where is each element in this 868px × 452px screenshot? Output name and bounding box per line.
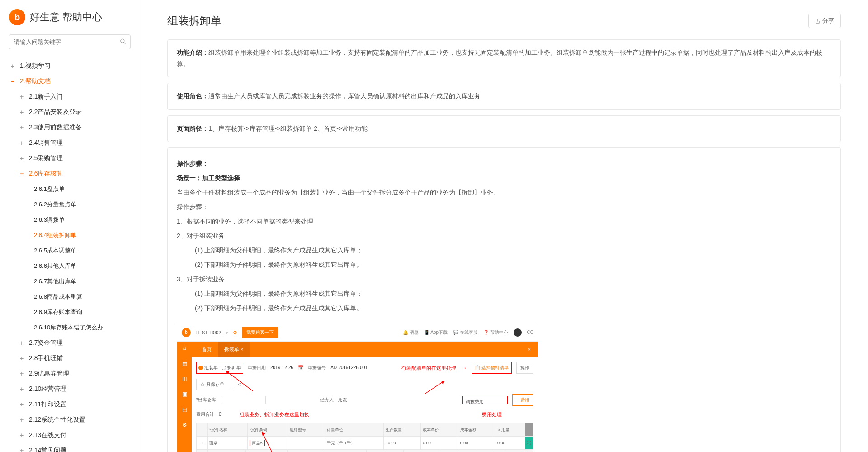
nav-2-5[interactable]: 2.5采购管理 [9, 151, 131, 166]
nav-2-13[interactable]: 2.13在线支付 [9, 428, 131, 443]
nav-2-6-4[interactable]: 2.6.4组装拆卸单 [9, 228, 131, 243]
nav-2-1[interactable]: 2.1新手入门 [9, 89, 131, 105]
nav-2-6-10[interactable]: 2.6.10库存账本错了怎么办 [9, 320, 131, 335]
type-radio-group[interactable]: 组装单 拆卸单 [196, 362, 243, 374]
svg-point-0 [121, 39, 124, 43]
main-content: 组装拆卸单 分享 功能介绍：组装拆卸单用来处理企业组装或拆卸等加工业务，支持有固… [140, 0, 868, 452]
cart-icon[interactable]: ▤ [181, 406, 188, 413]
svg-line-1 [124, 42, 126, 44]
nav-2-6-2[interactable]: 2.6.2分量盘点单 [9, 197, 131, 212]
plus-icon [18, 155, 25, 162]
nav-2-6-9[interactable]: 2.6.9库存账本查询 [9, 305, 131, 320]
nav-2-9[interactable]: 2.9优惠券管理 [9, 366, 131, 381]
nav-2-10[interactable]: 2.10经营管理 [9, 381, 131, 397]
nav-docs[interactable]: 2.帮助文档 [9, 74, 131, 89]
nav-2-6[interactable]: 2.6库存核算 [9, 166, 131, 181]
cost-input[interactable]: 调拨费用 [462, 396, 508, 404]
plus-icon [18, 432, 25, 439]
path-box: 页面路径：1、库存核算->库存管理->组装拆卸单 2、首页->常用功能 [167, 115, 841, 142]
share-button[interactable]: 分享 [808, 14, 841, 28]
search-input[interactable] [9, 34, 131, 49]
nav-2-6-5[interactable]: 2.6.5成本调整单 [9, 243, 131, 258]
minus-icon [9, 78, 16, 85]
nav-2-14[interactable]: 2.14常见问题 [9, 443, 131, 452]
table-row[interactable]: 1 面条 商品B 千克（千-1千） 10.00 0.00 0.00 [197, 436, 533, 449]
child-table: *子件名称 自动匹配 规格型号 *计量单位 *消耗数量 *成本单价 *成本金额 … [196, 450, 533, 452]
app-tabs: 首页 拆装单 × × [192, 342, 538, 357]
box-icon[interactable]: ◫ [181, 375, 188, 382]
app-topbar: b TEST-H002 ▾ ⚙ 我要购买一下 🔔 消息 📱 App下载 💬 在线… [177, 324, 538, 342]
company-name: TEST-H002 [195, 328, 221, 338]
nav-2-4[interactable]: 2.4销售管理 [9, 135, 131, 151]
share-icon [815, 18, 821, 24]
plus-icon [18, 447, 25, 452]
logo-icon: b [9, 9, 25, 25]
nav-2-11[interactable]: 2.11打印设置 [9, 397, 131, 412]
nav-2-6-7[interactable]: 2.6.7其他出库单 [9, 274, 131, 289]
role-box: 使用角色：通常由生产人员或库管人员完成拆装业务的操作，库管人员确认原材料的出库和… [167, 83, 841, 109]
nav-2-12[interactable]: 2.12系统个性化设置 [9, 412, 131, 428]
app-logo-icon: b [182, 328, 191, 337]
nav-2-8[interactable]: 2.8手机旺铺 [9, 351, 131, 366]
spec-button[interactable]: 📋 选择物料清单 [472, 362, 512, 374]
plus-icon [18, 355, 25, 362]
anno-spec: 有装配清单的在这里处理 [401, 363, 456, 373]
doc-icon[interactable]: ▦ [181, 360, 188, 367]
nav-2-2[interactable]: 2.2产品安装及登录 [9, 105, 131, 120]
tab-home[interactable]: 首页 [195, 342, 218, 357]
plus-icon [18, 401, 25, 408]
download-link[interactable]: 📱 App下载 [424, 328, 448, 337]
app-screenshot: b TEST-H002 ▾ ⚙ 我要购买一下 🔔 消息 📱 App下载 💬 在线… [177, 324, 538, 452]
op-button[interactable]: 操作 [516, 362, 533, 374]
tab-current[interactable]: 拆装单 × [218, 342, 250, 357]
nav-2-6-8[interactable]: 2.6.8商品成本重算 [9, 289, 131, 305]
screenshot-area: b TEST-H002 ▾ ⚙ 我要购买一下 🔔 消息 📱 App下载 💬 在线… [177, 324, 831, 452]
plus-icon [18, 139, 25, 147]
plus-icon [18, 93, 25, 100]
plus-icon [18, 416, 25, 423]
gear-icon[interactable]: ⚙ [181, 421, 188, 428]
plus-icon [18, 124, 25, 131]
plus-icon [9, 62, 16, 70]
bag-icon[interactable]: ▣ [181, 390, 188, 398]
logo-area: b 好生意 帮助中心 [9, 9, 131, 25]
page-header: 组装拆卸单 分享 [167, 14, 841, 28]
warehouse-input[interactable] [221, 396, 266, 404]
trial-button[interactable]: 我要购买一下 [242, 327, 278, 338]
close-icon[interactable]: × [524, 343, 534, 356]
steps-block: 操作步骤： 场景一：加工类型选择 当由多个子件材料组装成一个成品的业务为【组装】… [167, 147, 841, 452]
anno-switch: 组装业务、拆卸业务在这里切换 [240, 409, 309, 419]
nav-2-6-1[interactable]: 2.6.1盘点单 [9, 181, 131, 197]
anno-fee: 费用处理 [482, 409, 502, 419]
home-icon[interactable]: ⌂ [181, 344, 188, 352]
search-box [9, 34, 131, 49]
help-link[interactable]: ❓ 帮助中心 [483, 328, 508, 337]
service-link[interactable]: 💬 在线客服 [453, 328, 478, 337]
plus-icon [18, 370, 25, 377]
logo-text: 好生意 帮助中心 [30, 10, 102, 24]
msg-link[interactable]: 🔔 消息 [403, 328, 419, 337]
avatar[interactable] [514, 328, 522, 337]
nav-2-7[interactable]: 2.7资金管理 [9, 335, 131, 351]
nav-video[interactable]: 1.视频学习 [9, 58, 131, 74]
print-button[interactable]: 🖨 [233, 379, 245, 390]
nav-2-6-6[interactable]: 2.6.6其他入库单 [9, 258, 131, 274]
parent-table: *父件名称 *父件条码 规格型号 计量单位 生产数量 成本单价 成本金额 可用量 [196, 423, 533, 450]
nav-2-6-3[interactable]: 2.6.3调拨单 [9, 212, 131, 228]
plus-icon [18, 339, 25, 347]
plus-icon [18, 109, 25, 116]
plus-icon [18, 385, 25, 393]
fee-button[interactable]: + 费用 [512, 394, 533, 406]
search-icon[interactable] [120, 38, 126, 46]
page-title: 组装拆卸单 [167, 14, 222, 28]
username: CC [527, 328, 533, 337]
sync-button[interactable]: ☆ 只保存单 [196, 379, 228, 390]
minus-icon [18, 170, 25, 177]
sidebar: b 好生意 帮助中心 1.视频学习 2.帮助文档 2.1新手入门 2.2产品安装… [0, 0, 140, 452]
app-sidebar: ⌂ ▦ ◫ ▣ ▤ ⚙ [177, 342, 192, 452]
nav-2-3[interactable]: 2.3使用前数据准备 [9, 120, 131, 135]
intro-box: 功能介绍：组装拆卸单用来处理企业组装或拆卸等加工业务，支持有固定装配清单的产品加… [167, 39, 841, 77]
nav-list: 1.视频学习 2.帮助文档 2.1新手入门 2.2产品安装及登录 2.3使用前数… [9, 58, 131, 452]
